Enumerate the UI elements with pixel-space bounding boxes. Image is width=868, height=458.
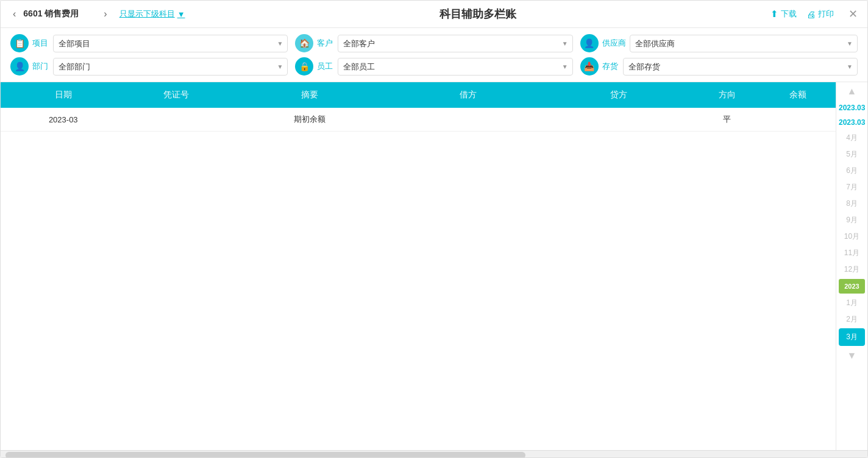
download-button[interactable]: ⬆ 下载 [770, 9, 797, 19]
filter-area: 📋 项目 全部项目 🏠 客户 全部客户 👤 供应商 [1, 28, 867, 82]
close-button[interactable]: ✕ [848, 7, 858, 21]
customer-select-wrapper: 全部客户 [338, 35, 572, 52]
employee-select[interactable]: 全部员工 [338, 58, 572, 76]
table-header-row: 日期 凭证号 摘要 借方 贷方 方向 余额 [1, 82, 836, 108]
supplier-label: 供应商 [602, 38, 626, 49]
horizontal-scrollbar[interactable] [1, 450, 867, 457]
employee-icon: 🔒 [295, 57, 313, 76]
table-area[interactable]: 日期 凭证号 摘要 借方 贷方 方向 余额 2023-03 期初余额 平 [1, 82, 836, 450]
col-balance: 余额 [761, 82, 836, 108]
cell-debit [393, 108, 544, 132]
timeline-period-2023-03-b[interactable]: 2023.03 [836, 115, 867, 130]
filter-inventory: 📥 存货 全部存货 [580, 57, 858, 76]
account-code: 6601 销售费用 [23, 9, 96, 19]
filter-project: 📋 项目 全部项目 [10, 34, 288, 52]
timeline-period-10[interactable]: 10月 [836, 228, 867, 245]
filter-department: 👤 部门 全部部门 [10, 57, 288, 76]
ledger-table: 日期 凭证号 摘要 借方 贷方 方向 余额 2023-03 期初余额 平 [1, 82, 836, 132]
customer-icon: 🏠 [295, 34, 313, 52]
timeline-period-7[interactable]: 7月 [836, 179, 867, 196]
cell-summary: 期初余额 [226, 108, 393, 132]
timeline-down-button[interactable]: ▼ [836, 347, 867, 365]
col-credit: 贷方 [543, 82, 694, 108]
timeline-period-1[interactable]: 1月 [836, 295, 867, 311]
inventory-label: 存货 [602, 61, 619, 72]
next-account-button[interactable]: › [101, 7, 109, 21]
timeline-period-2023-03-top[interactable]: 2023.03 [836, 100, 867, 115]
project-select-wrapper: 全部项目 [53, 35, 288, 52]
cell-balance [761, 108, 836, 132]
project-icon: 📋 [10, 34, 29, 52]
cell-voucher [126, 108, 226, 132]
timeline-period-4[interactable]: 4月 [836, 130, 867, 146]
cell-direction: 平 [694, 108, 761, 132]
employee-label: 员工 [317, 61, 334, 72]
cell-credit [543, 108, 694, 132]
filter-customer: 🏠 客户 全部客户 [295, 34, 572, 52]
page-title: 科目辅助多栏账 [190, 7, 766, 21]
timeline-period-2[interactable]: 2月 [836, 311, 867, 328]
filter-supplier: 👤 供应商 全部供应商 [580, 34, 858, 52]
supplier-icon: 👤 [580, 34, 599, 52]
print-button[interactable]: 🖨 打印 [806, 9, 834, 19]
department-label: 部门 [32, 61, 49, 72]
print-icon: 🖨 [806, 9, 816, 19]
customer-select[interactable]: 全部客户 [338, 35, 572, 52]
employee-select-wrapper: 全部员工 [338, 58, 572, 76]
col-voucher: 凭证号 [126, 82, 226, 108]
filter-row-1: 📋 项目 全部项目 🏠 客户 全部客户 👤 供应商 [10, 34, 858, 52]
col-summary: 摘要 [226, 82, 393, 108]
timeline-period-5[interactable]: 5月 [836, 146, 867, 163]
show-sub-toggle[interactable]: 只显示下级科目 ▼ [119, 9, 185, 19]
col-date: 日期 [1, 82, 126, 108]
timeline-period-6[interactable]: 6月 [836, 163, 867, 179]
timeline-year-2023[interactable]: 2023 [839, 279, 865, 294]
timeline-period-8[interactable]: 8月 [836, 196, 867, 212]
timeline-period-12[interactable]: 12月 [836, 261, 867, 278]
show-sub-label: 只显示下级科目 [119, 9, 175, 19]
timeline-period-9[interactable]: 9月 [836, 212, 867, 228]
supplier-select-wrapper: 全部供应商 [630, 35, 858, 52]
project-select[interactable]: 全部项目 [53, 35, 288, 52]
table-row: 2023-03 期初余额 平 [1, 108, 836, 132]
timeline-panel: ▲ 2023.03 2023.03 4月 5月 6月 7月 8月 9月 10月 … [836, 82, 867, 450]
download-icon: ⬆ [770, 9, 778, 19]
download-label: 下载 [781, 9, 797, 19]
department-icon: 👤 [10, 57, 29, 76]
col-direction: 方向 [694, 82, 761, 108]
timeline-up-button[interactable]: ▲ [836, 82, 867, 100]
inventory-icon: 📥 [580, 57, 599, 76]
department-select-wrapper: 全部部门 [53, 58, 288, 76]
inventory-select[interactable]: 全部存货 [623, 58, 858, 76]
filter-employee: 🔒 员工 全部员工 [295, 57, 572, 76]
supplier-select[interactable]: 全部供应商 [630, 35, 858, 52]
top-actions: ⬆ 下载 🖨 打印 ✕ [770, 7, 858, 21]
inventory-select-wrapper: 全部存货 [623, 58, 858, 76]
filter-row-2: 👤 部门 全部部门 🔒 员工 全部员工 📥 存货 [10, 57, 858, 76]
timeline-period-3-active[interactable]: 3月 [839, 328, 865, 346]
top-bar: ‹ 6601 销售费用 › 只显示下级科目 ▼ 科目辅助多栏账 ⬆ 下载 🖨 打… [1, 1, 867, 28]
customer-label: 客户 [317, 38, 334, 49]
content-area: 日期 凭证号 摘要 借方 贷方 方向 余额 2023-03 期初余额 平 [1, 82, 867, 450]
main-window: ‹ 6601 销售费用 › 只显示下级科目 ▼ 科目辅助多栏账 ⬆ 下载 🖨 打… [0, 0, 868, 458]
cell-date: 2023-03 [1, 108, 126, 132]
print-label: 打印 [818, 9, 834, 19]
col-debit: 借方 [393, 82, 544, 108]
chevron-down-icon: ▼ [177, 10, 185, 19]
department-select[interactable]: 全部部门 [53, 58, 288, 76]
prev-account-button[interactable]: ‹ [10, 7, 18, 21]
timeline-period-11[interactable]: 11月 [836, 245, 867, 261]
project-label: 项目 [32, 38, 49, 49]
